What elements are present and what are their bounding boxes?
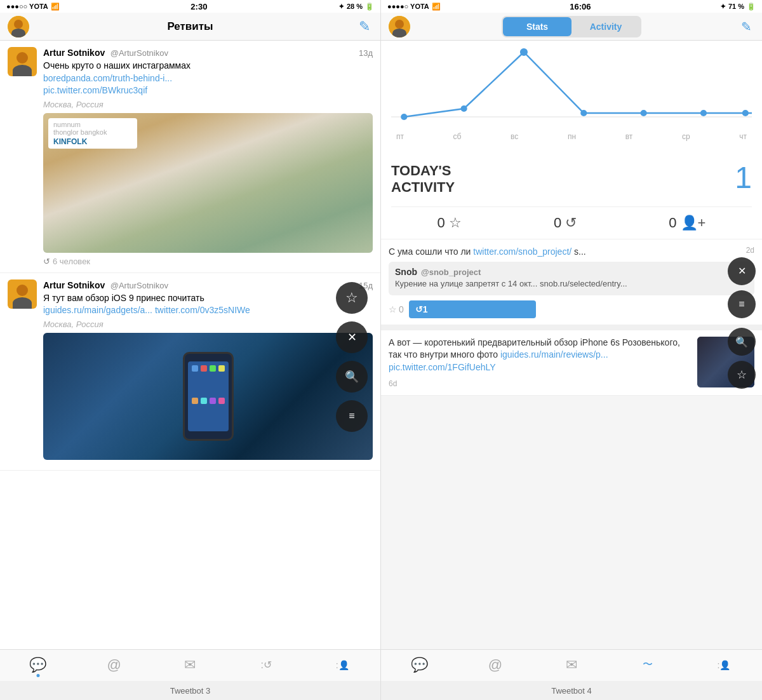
tweet-avatar-2 [8, 279, 37, 309]
phone-screen [188, 361, 229, 431]
activity-card-1: Snob @snob_project Курение на улице запр… [389, 262, 754, 295]
tab-retweets-left[interactable]: :↺ [228, 650, 304, 680]
app-icon [218, 365, 225, 372]
tab-lists-left[interactable]: :👤 [304, 650, 380, 680]
tab-home-left[interactable]: 💬 [0, 650, 76, 680]
nav-title-left: Ретвиты [167, 20, 213, 33]
activity-icon-right: 〜 [643, 658, 653, 671]
chart-point-vs [520, 48, 528, 56]
fav-stat-1: ☆ 0 [389, 304, 404, 314]
follows-count: 0 [669, 215, 676, 231]
menu-btn-right-1[interactable]: ≡ [728, 290, 756, 318]
action-overlay-right-1: ✕ ≡ [728, 257, 756, 318]
food-image: numnumthonglor bangkok KINFOLK [43, 113, 373, 253]
avatar-right[interactable] [389, 16, 410, 37]
tweet-link1-1[interactable]: boredpanda.com/truth-behind-i... [43, 73, 172, 83]
action-overlay-right-2: 🔍 ☆ [728, 328, 756, 389]
search-button-overlay[interactable]: 🔍 [336, 361, 368, 393]
tab-mentions-right[interactable]: @ [457, 650, 533, 680]
tweet-content-1: Artur Sotnikov @ArturSotnikov 13д Очень … [43, 47, 373, 266]
signal-dots-right: ●●●●○ YOTA [387, 3, 429, 10]
status-signal-left: ●●●○○ YOTA 📶 [6, 3, 60, 11]
battery-area-right: ✦ 71 % 🔋 [720, 3, 756, 11]
close-button-overlay[interactable]: ✕ [336, 321, 368, 353]
battery-right: 71 % [728, 3, 744, 10]
action-overlay-left: ☆ ✕ 🔍 ≡ [336, 282, 368, 432]
tweet-header-2: Artur Sotnikov @ArturSotnikov 15д [43, 279, 373, 291]
compose-button-right[interactable]: ✎ [741, 19, 752, 34]
bluetooth-icon-left: ✦ [338, 3, 344, 11]
time-left: 2:30 [190, 2, 207, 11]
avatar-button-right[interactable] [389, 16, 410, 37]
signal-dots: ●●●○○ YOTA [6, 3, 48, 10]
app-icon [210, 398, 216, 404]
compose-button-left[interactable]: ✎ [359, 18, 370, 35]
app-icon [210, 365, 216, 372]
tweet-item-1[interactable]: Artur Sotnikov @ArturSotnikov 13д Очень … [0, 41, 380, 273]
activity-link-3[interactable]: pic.twitter.com/1FGifUehLY [389, 362, 496, 372]
search-btn-right-2[interactable]: 🔍 [728, 328, 756, 356]
battery-icon-left: 🔋 [365, 3, 374, 11]
stats-tab[interactable]: Stats [503, 17, 572, 36]
tweet-avatar-1 [8, 47, 37, 76]
phone-image [43, 333, 373, 460]
chart-label-pn: пн [568, 132, 576, 141]
chart-area: пт сб вс пн вт ср чт [381, 41, 762, 155]
activity-link-1[interactable]: twitter.com/snob_project/ [473, 246, 572, 257]
tweet-handle-2: @ArturSotnikov [110, 281, 168, 290]
tab-dm-left[interactable]: ✉ [152, 650, 229, 680]
lists-icon-right: :👤 [718, 660, 731, 670]
tweet-time-1: 13д [359, 48, 373, 58]
retweet-icon: ↺ [565, 215, 577, 231]
star-icon: ☆ [449, 215, 462, 231]
tab-home-right[interactable]: 💬 [381, 650, 457, 680]
favorite-button-overlay[interactable]: ☆ [336, 282, 368, 314]
bluetooth-icon-right: ✦ [720, 3, 726, 11]
tweet-author-2: Artur Sotnikov [43, 280, 105, 290]
card-title: KINFOLK [53, 137, 132, 146]
star-btn-right-2[interactable]: ☆ [728, 361, 756, 389]
lists-icon-left: :👤 [336, 660, 349, 670]
tab-activity-right[interactable]: 〜 [610, 650, 686, 680]
home-icon-left: 💬 [29, 657, 46, 673]
app-icon [201, 365, 207, 372]
activity-chart [391, 47, 752, 130]
app-icon [192, 398, 198, 404]
panel-label-right: Tweetbot 4 [381, 681, 762, 700]
battery-icon-right: 🔋 [747, 3, 756, 11]
today-section: TODAY'SACTIVITY 1 0 ☆ 0 ↺ 0 👤+ [381, 155, 762, 239]
tab-dot-left [36, 674, 39, 677]
tweet-item-2[interactable]: Artur Sotnikov @ArturSotnikov 15д Я тут … [0, 273, 380, 471]
tweet-image-1: numnumthonglor bangkok KINFOLK [43, 113, 373, 253]
card-overlay: numnumthonglor bangkok KINFOLK [48, 118, 137, 149]
time-right: 16:06 [570, 2, 591, 11]
activity-item-2[interactable]: А вот — коротенький предварительный обзо… [381, 330, 762, 396]
chart-labels: пт сб вс пн вт ср чт [391, 132, 752, 141]
tweet-link2-1[interactable]: pic.twitter.com/BWkruc3qif [43, 85, 147, 95]
tweet-author-area-2: Artur Sotnikov @ArturSotnikov [43, 279, 168, 291]
mentions-icon-right: @ [488, 657, 502, 673]
activity-text-area-2: А вот — коротенький предварительный обзо… [389, 337, 691, 389]
close-btn-right-1[interactable]: ✕ [728, 257, 756, 285]
app-icon [218, 398, 225, 404]
tweet-link2-2[interactable]: twitter.com/0v3z5sNIWe [155, 305, 250, 315]
menu-button-overlay[interactable]: ≡ [336, 400, 368, 432]
tab-lists-right[interactable]: :👤 [686, 650, 762, 680]
stat-follows: 0 👤+ [669, 215, 705, 231]
wifi-icon-left: 📶 [51, 3, 60, 11]
tweet-text-2: Я тут вам обзор iOS 9 принес почитать ig… [43, 292, 373, 317]
avatar-left[interactable] [8, 16, 29, 37]
status-signal-right: ●●●●○ YOTA 📶 [387, 3, 441, 11]
tab-dm-right[interactable]: ✉ [533, 650, 610, 680]
stat-favorites: 0 ☆ [438, 215, 462, 231]
activity-link-2[interactable]: iguides.ru/main/reviews/p... [500, 349, 608, 360]
chart-point-pt [401, 114, 407, 120]
home-icon-right: 💬 [411, 657, 428, 673]
tab-mentions-left[interactable]: @ [76, 650, 152, 680]
rt-icon: ↺ [43, 257, 50, 266]
activity-item-1[interactable]: С ума сошли что ли twitter.com/snob_proj… [381, 239, 762, 325]
activity-tab[interactable]: Activity [572, 17, 640, 36]
avatar-button-left[interactable] [8, 16, 29, 37]
tweet-text-1: Очень круто о наших инстаграммах boredpa… [43, 60, 373, 97]
tweet-link1-2[interactable]: iguides.ru/main/gadgets/a... [43, 305, 152, 315]
